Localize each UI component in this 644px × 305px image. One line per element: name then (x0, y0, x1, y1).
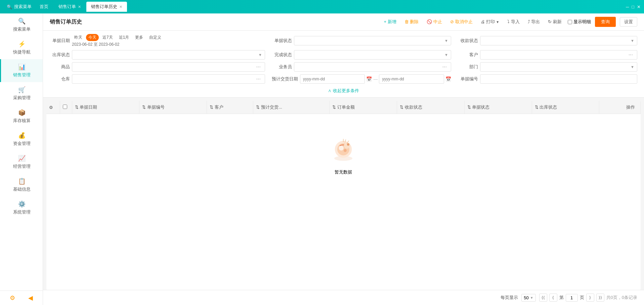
customer-label: 客户 (458, 52, 478, 58)
customer-dots[interactable]: ··· (627, 52, 634, 58)
select-all-checkbox[interactable] (63, 105, 67, 109)
export-button-label: ⤴ 导出 (528, 19, 540, 25)
department-label: 部门 (458, 64, 478, 70)
department-select[interactable]: ▼ (480, 62, 637, 72)
main-layout: 🔍 搜索菜单 ⚡ 快捷导航 📊 销售管理 🛒 采购管理 📦 库存核算 💰 资金管… (0, 13, 644, 305)
date-btn-custom[interactable]: 自定义 (147, 34, 164, 41)
complete-status-arrow: ▼ (444, 53, 448, 57)
sidebar: 🔍 搜索菜单 ⚡ 快捷导航 📊 销售管理 🛒 采购管理 📦 库存核算 💰 资金管… (0, 13, 43, 305)
sidebar-item-purchase[interactable]: 🛒 采购管理 (0, 82, 43, 105)
add-button[interactable]: + 新增 (382, 17, 398, 26)
page-size-select[interactable]: 50 ▼ (521, 294, 535, 302)
show-details-input[interactable] (568, 20, 572, 24)
sidebar-item-finance[interactable]: 💰 资金管理 (0, 128, 43, 151)
window-minimize-icon[interactable]: ─ (626, 4, 629, 9)
collapse-sidebar-icon[interactable]: ◀ (28, 294, 33, 302)
date-btn-1month[interactable]: 近1月 (117, 34, 132, 41)
prev-page-button[interactable]: ⟨ (549, 294, 557, 302)
date-btn-today[interactable]: 今天 (86, 34, 99, 41)
import-button-label: ⤵ 导入 (507, 19, 520, 25)
export-button[interactable]: ⤴ 导出 (526, 17, 542, 26)
bill-status-select[interactable]: ▼ (294, 36, 451, 45)
col-settings[interactable]: ⚙ (46, 101, 60, 114)
warehouse-dots[interactable]: ··· (255, 76, 262, 82)
col-payment-status[interactable]: ⇅ 收款状态 (397, 101, 465, 114)
goods-dots[interactable]: ··· (255, 64, 262, 70)
page-label-before: 第 (559, 295, 564, 301)
print-button[interactable]: 🖨 打印 ▼ (479, 17, 502, 26)
complete-status-select[interactable]: ▼ (294, 50, 451, 60)
col-customer-label: ⇅ 客户 (210, 104, 223, 110)
col-order-amount[interactable]: ⇅ 订单金额 (330, 101, 397, 114)
customer-filter: 客户 ··· (458, 50, 637, 60)
next-page-button[interactable]: ⟩ (586, 294, 594, 302)
warehouse-select[interactable]: ··· (72, 74, 265, 84)
warehouse-control: ··· (72, 74, 265, 84)
col-out-status[interactable]: ⇅ 出库状态 (532, 101, 599, 114)
last-page-button[interactable]: ⟩⟩ (596, 294, 604, 302)
goods-label: 商品 (50, 64, 70, 70)
window-close-icon[interactable]: ✕ (637, 4, 641, 9)
goods-select[interactable]: ··· (72, 62, 265, 72)
col-customer[interactable]: ⇅ 客户 (207, 101, 253, 114)
salesperson-dots[interactable]: ··· (441, 64, 448, 70)
table-header-row: ⚙ ⇅ 单据日期 ⇅ 单据编号 (46, 101, 641, 114)
date-btn-more[interactable]: 更多 (133, 34, 145, 41)
col-bill-date[interactable]: ⇅ 单据日期 (72, 101, 139, 114)
tab-sales-order-history[interactable]: 销售订单历史 ✕ (86, 2, 127, 12)
col-bill-number[interactable]: ⇅ 单据编号 (139, 101, 207, 114)
settings-bottom-icon[interactable]: ⚙ (10, 294, 15, 302)
tab-sales-order[interactable]: 销售订单 ✕ (54, 2, 86, 12)
tab-sales-order-close[interactable]: ✕ (78, 5, 81, 9)
sidebar-item-system[interactable]: ⚙️ 系统管理 (0, 196, 43, 219)
stop-button[interactable]: 🚫 中止 (425, 17, 444, 26)
date-btn-yesterday[interactable]: 昨天 (72, 34, 85, 41)
delete-button[interactable]: 🗑 删除 (402, 17, 421, 26)
tab-sales-order-label: 销售订单 (58, 4, 76, 10)
expected-date-from[interactable] (300, 74, 365, 84)
delete-button-label: 🗑 删除 (404, 19, 419, 25)
sidebar-item-sales[interactable]: 📊 销售管理 (0, 59, 43, 82)
first-page-button[interactable]: ⟨⟨ (539, 294, 547, 302)
filter-row-1: 单据日期 昨天 今天 近7天 近1月 更多 自定义 2023-06-02 (50, 34, 637, 47)
col-bill-status[interactable]: ⇅ 单据状态 (464, 101, 532, 114)
import-button[interactable]: ⤵ 导入 (505, 17, 522, 26)
refresh-button[interactable]: ↻ 刷新 (546, 17, 564, 26)
tab-home[interactable]: 首页 (35, 2, 53, 12)
goods-filter: 商品 ··· (50, 62, 265, 72)
collapse-filters[interactable]: ∧ 收起更多条件 (50, 86, 637, 94)
show-details-checkbox[interactable]: 显示明细 (568, 19, 591, 25)
empty-state: 暂无数据 (46, 114, 641, 195)
customer-select[interactable]: ··· (480, 50, 637, 60)
sidebar-item-inventory[interactable]: 📦 库存核算 (0, 105, 43, 128)
col-order-amount-label: ⇅ 订单金额 (332, 104, 355, 110)
query-button[interactable]: 查询 (595, 17, 616, 27)
salesperson-select[interactable]: ··· (294, 62, 451, 72)
sidebar-item-operations[interactable]: 📈 经营管理 (0, 151, 43, 174)
print-dropdown-icon[interactable]: ▼ (496, 20, 499, 24)
cancel-stop-button[interactable]: ⊘ 取消中止 (448, 17, 475, 26)
tab-sales-order-history-close[interactable]: ✕ (119, 5, 122, 9)
page-total: 共0页，0条记录 (606, 295, 637, 301)
current-page-input[interactable] (566, 294, 578, 302)
svg-point-4 (344, 149, 347, 152)
calendar-to-icon[interactable]: 📅 (445, 76, 451, 82)
expected-date-to[interactable] (379, 74, 444, 84)
search-icon: 🔍 (7, 4, 12, 9)
calendar-from-icon[interactable]: 📅 (366, 76, 372, 82)
out-status-select[interactable]: ▼ (72, 50, 265, 60)
search-menu[interactable]: 🔍 搜索菜单 (3, 4, 35, 10)
out-status-label: 出库状态 (50, 52, 70, 58)
col-operations: 操作 (599, 101, 641, 114)
sidebar-item-basic[interactable]: 📋 基础信息 (0, 174, 43, 196)
payment-status-select[interactable]: ▼ (480, 36, 637, 45)
window-maximize-icon[interactable]: □ (632, 4, 634, 9)
col-expected-date[interactable]: ⇅ 预计交货... (253, 101, 330, 114)
empty-state-cell: 暂无数据 (46, 114, 641, 196)
settings-button[interactable]: 设置 (620, 17, 637, 27)
sidebar-item-quick-nav[interactable]: ⚡ 快捷导航 (0, 36, 43, 59)
sidebar-item-search[interactable]: 🔍 搜索菜单 (0, 13, 43, 36)
date-btn-7days[interactable]: 近7天 (100, 34, 115, 41)
bill-number-input[interactable] (480, 74, 637, 84)
filter-row-4: 仓库 ··· 预计交货日期 📅 — 📅 (50, 74, 637, 84)
